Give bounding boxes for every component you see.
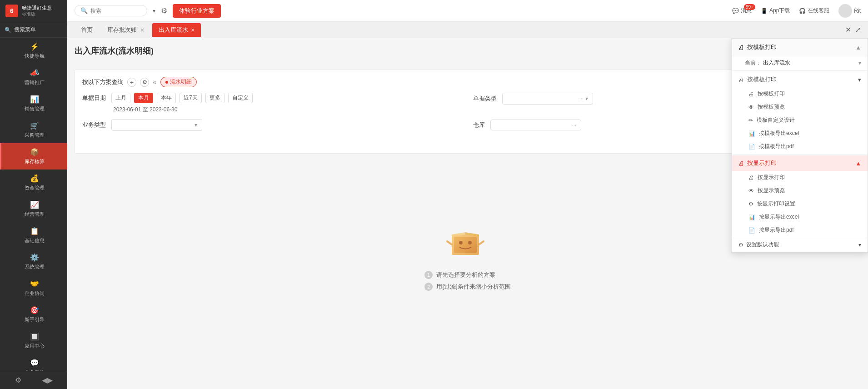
display-print-label: 按显示打印	[747, 159, 777, 167]
sidebar-item-jichu[interactable]: 📋 基础信息	[0, 222, 67, 249]
app-download-btn[interactable]: 📱 App下载	[761, 7, 790, 15]
empty-step-2: 2 用[过滤]条件来缩小分析范围	[424, 283, 510, 291]
display-pdf-item[interactable]: 📄 按显示导出pdf	[732, 224, 868, 237]
sidebar-item-label: 经营管理	[25, 211, 45, 218]
sidebar-item-label: 系统管理	[25, 264, 45, 270]
tab-flow[interactable]: 出入库流水 ×	[152, 23, 201, 37]
online-service-label: 在线客服	[808, 7, 829, 15]
warehouse-more-btn[interactable]: ···	[572, 122, 576, 128]
display-settings-icon: ⚙	[748, 201, 753, 207]
tab-batch-close[interactable]: ×	[140, 26, 144, 34]
tab-batch[interactable]: 库存批次账 ×	[101, 23, 150, 37]
date-btn-more[interactable]: 更多	[205, 93, 224, 103]
date-btn-last-month[interactable]: 上月	[111, 93, 130, 103]
tab-flow-label: 出入库流水	[159, 26, 188, 34]
sidebar-item-yingyong[interactable]: 🔲 应用中心	[0, 328, 67, 354]
date-range: 2023-06-01 至 2023-06-30	[113, 106, 177, 113]
user-profile[interactable]: Rit	[838, 4, 861, 18]
sidebar-item-yingxiao[interactable]: 📣 营销推广	[0, 64, 67, 90]
window-close-icon[interactable]: ✕	[845, 25, 851, 34]
date-btn-this-year[interactable]: 本年	[157, 93, 176, 103]
empty-step-2-text: 用[过滤]条件来缩小分析范围	[436, 283, 510, 291]
template-custom-label: 模板自定义设计	[757, 116, 795, 124]
template-preview-item[interactable]: 👁 按模板预览	[732, 100, 868, 114]
template-print-icon: 🖨	[738, 76, 744, 83]
tab-flow-close[interactable]: ×	[191, 26, 195, 34]
avatar	[838, 4, 852, 18]
template-arrow[interactable]: ▾	[858, 60, 861, 66]
jichu-icon: 📋	[30, 227, 39, 235]
sidebar-item-qiye[interactable]: 🤝 企业协同	[0, 275, 67, 301]
phone-icon: 📱	[761, 8, 768, 14]
print-panel-up-arrow[interactable]: ▲	[855, 44, 861, 51]
app-name: 畅捷通好生意	[22, 5, 52, 11]
sidebar-item-xitong[interactable]: ⚙️ 系统管理	[0, 249, 67, 275]
template-preview-label: 按模板预览	[758, 103, 785, 111]
biz-type-select[interactable]: ▾	[111, 119, 202, 131]
sidebar-item-weixin[interactable]: 💬 企业微信	[0, 354, 67, 371]
page-area: 出入库流水(流水明细) 🖨 按模板打印 | ⬆ 导出 | ↻ 刷新	[67, 38, 868, 389]
search-input[interactable]	[90, 8, 136, 14]
print-panel-title: 按模板打印	[747, 43, 777, 51]
display-preview-item[interactable]: 👁 按显示预览	[732, 184, 868, 197]
filter-settings-btn[interactable]: ⚙	[140, 78, 149, 87]
date-btn-7days[interactable]: 近7天	[180, 93, 202, 103]
industry-btn[interactable]: 体验行业方案	[173, 4, 221, 18]
filter-add-btn[interactable]: +	[127, 78, 136, 87]
settings-icon[interactable]: ⚙	[15, 376, 21, 384]
collapse-icon[interactable]: ◀▶	[42, 376, 53, 384]
tab-home-label: 首页	[81, 26, 93, 33]
window-expand-icon[interactable]: ⤢	[855, 25, 861, 34]
tab-home[interactable]: 首页	[75, 23, 99, 37]
filter-collapse-btn[interactable]: «	[153, 78, 157, 86]
step-num-2: 2	[424, 283, 433, 291]
headset-icon: 🎧	[799, 8, 806, 14]
filter-label: 按以下方案查询	[82, 78, 124, 86]
display-print-item[interactable]: 🖨 按显示打印	[732, 171, 868, 184]
sidebar-item-xinshou[interactable]: 🎯 新手引导	[0, 301, 67, 328]
filter-chip[interactable]: 流水明细	[160, 77, 197, 87]
template-print-item[interactable]: 🖨 按模板打印	[732, 87, 868, 100]
display-section-arrow: ▲	[855, 160, 861, 167]
jingying-icon: 📈	[30, 200, 39, 209]
search-menu[interactable]: 🔍 搜索菜单	[0, 22, 67, 38]
display-pdf-label: 按显示导出pdf	[759, 226, 794, 234]
sidebar-item-label: 库存核算	[25, 158, 45, 165]
sidebar-item-zijin[interactable]: 💰 资金管理	[0, 170, 67, 196]
template-custom-item[interactable]: ✏ 模板自定义设计	[732, 114, 868, 127]
type-select[interactable]: ··· ▾	[502, 93, 593, 105]
template-pdf-label: 按模板导出pdf	[759, 143, 794, 150]
sidebar-item-jingying[interactable]: 📈 经营管理	[0, 196, 67, 222]
online-service-btn[interactable]: 🎧 在线客服	[799, 7, 829, 15]
dropdown-arrow[interactable]: ▾	[153, 8, 155, 14]
template-print-section-header[interactable]: 🖨 按模板打印 ▾	[732, 72, 868, 87]
display-excel-icon: 📊	[748, 214, 755, 220]
warehouse-select[interactable]: ···	[490, 120, 581, 130]
svg-point-4	[459, 241, 463, 244]
sidebar-item-kucun[interactable]: 📦 库存核算	[0, 143, 67, 170]
current-label: 当前：	[745, 59, 761, 67]
message-btn[interactable]: 💬 消息 99+	[732, 7, 752, 15]
display-print-section-header[interactable]: 🖨 按显示打印 ▲	[732, 155, 868, 171]
sidebar-item-xiaoshou[interactable]: 📊 销售管理	[0, 90, 67, 117]
empty-illustration	[445, 216, 490, 262]
print-doc-icon: 🖨	[748, 91, 754, 97]
main-content: 🔍 ▾ ⚙ 体验行业方案 💬 消息 99+ 📱 App下载 🎧 在线客服 Rit	[67, 0, 868, 389]
display-settings-label: 按显示打印设置	[757, 200, 795, 208]
gear-icon[interactable]: ⚙	[161, 6, 167, 15]
template-excel-item[interactable]: 📊 按模板导出excel	[732, 127, 868, 140]
more-btn[interactable]: ···	[579, 96, 584, 101]
display-excel-item[interactable]: 📊 按显示导出excel	[732, 210, 868, 224]
date-btn-this-month[interactable]: 本月	[134, 93, 153, 103]
empty-step-1: 1 请先选择要分析的方案	[424, 271, 510, 279]
sidebar-item-label: 企业协同	[25, 290, 45, 297]
template-pdf-item[interactable]: 📄 按模板导出pdf	[732, 140, 868, 153]
date-btn-custom[interactable]: 自定义	[228, 93, 253, 103]
display-settings-item[interactable]: ⚙ 按显示打印设置	[732, 197, 868, 210]
divider	[732, 70, 868, 71]
print-panel-icon: 🖨	[738, 44, 744, 51]
sidebar-item-kuaijie[interactable]: ⚡ 快捷导航	[0, 38, 67, 64]
sidebar-item-caigou[interactable]: 🛒 采购管理	[0, 117, 67, 143]
topbar-search[interactable]: 🔍	[75, 5, 147, 16]
print-panel-footer[interactable]: ⚙ 设置默认功能 ▾	[732, 237, 868, 252]
